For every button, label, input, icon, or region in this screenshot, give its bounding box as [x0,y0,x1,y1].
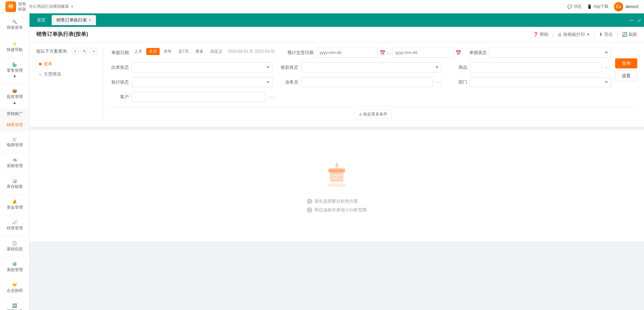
empty-state: 1 请先选择要分析的方案 2 用过滤条件来缩小分析范围 [30,130,644,241]
filter-field-execution: 执行状态 [109,77,273,87]
sidebar-item-ecommerce[interactable]: 🛒 电商管理 [0,134,29,151]
filter-scheme-selector: 按以下方案查询 + ✎ « 按单 ○ [36,48,103,121]
sidebar-item-marketing[interactable]: 营销推广 [0,108,29,119]
collection-label: 收款状态 [278,64,298,70]
calendar-to-icon[interactable]: 📅 [455,50,461,55]
department-select[interactable] [470,77,611,87]
wholesale-arrow: ▲ [13,100,17,105]
outbound-select[interactable] [131,62,273,72]
date-tab-thisyear[interactable]: 本年 [161,48,174,55]
help-icon: ❓ [533,32,538,37]
settings-button[interactable]: 设置 [615,70,637,81]
guide-icon: 🆕 [12,303,17,308]
date-tab-thismonth[interactable]: 本月 [146,48,160,55]
main-layout: 🔍 搜索菜单 ⚡ 快捷导航 🏪 零售管理 ▼ 📦 批发管理 ▲ [0,13,644,310]
basic-icon: 📋 [12,241,17,246]
logo-icon: 销 [5,1,16,12]
collapse-button[interactable]: ∧ 收起更多条件 [355,110,392,119]
salesperson-more-icon[interactable]: ··· [435,79,442,85]
filter-field-outbound: 出库状态 [109,62,273,72]
sidebar-search-section: 🔍 搜索菜单 [0,13,29,37]
collapse-up-icon: ∧ [359,112,362,117]
tab-active[interactable]: 销售订单执行表 × [52,15,96,25]
sidebar-item-wholesale[interactable]: 📦 批发管理 ▲ [0,85,29,108]
query-button[interactable]: 查询 [615,58,637,68]
scheme-item-byorder[interactable]: 按单 [36,59,98,69]
sidebar-quicknav: ⚡ 快捷导航 [0,37,29,58]
user-area[interactable]: Ea demo2 [614,2,639,11]
filter-scheme-header: 按以下方案查询 + ✎ « [36,48,98,55]
salesperson-input[interactable] [301,77,433,87]
breadcrumb[interactable]: 办公用品行业模拟账套 ▼ [29,4,74,9]
sidebar-item-purchase[interactable]: 🛍 采购管理 [0,154,29,172]
date-tab-custom[interactable]: 自定义 [208,48,225,55]
sidebar-item-operations[interactable]: 📈 经营管理 [0,217,29,235]
collection-select[interactable] [301,62,442,72]
divider3: | [617,32,618,37]
sidebar-retail: 🏪 零售管理 ▼ [0,58,29,84]
filter-field-collection: 收款状态 [278,62,442,72]
status-select[interactable] [489,48,611,58]
edit-scheme-button[interactable]: ✎ [81,48,88,55]
calendar-from-icon[interactable]: 📅 [380,50,385,55]
sidebar-item-system[interactable]: ⚙️ 系统管理 [0,258,29,276]
sidebar-sub-wholesale: 营销推广 销售管理 [0,108,29,131]
date-range-text: 2023-03-01 至 2023-03-31 [228,49,275,54]
filter-row-2: 出库状态 收款状态 [109,62,611,72]
filter-row-4: 客户 ··· [109,92,611,102]
svg-marker-5 [335,162,338,167]
operations-icon: 📈 [12,220,17,225]
tip-num-2: 2 [307,207,312,213]
sidebar-item-inventory[interactable]: 📊 库存核算 [0,175,29,193]
print-button[interactable]: 🖨 按模板打印 ▼ [557,32,590,38]
date-tab-more[interactable]: 更多 [193,48,206,55]
customer-input[interactable] [131,92,265,102]
refresh-button[interactable]: 🔄 刷新 [622,32,637,38]
sidebar-item-finance[interactable]: 💰 资金管理 [0,196,29,214]
tab-expand-icon[interactable]: ⤢ [637,17,641,23]
sidebar-item-quicknav[interactable]: ⚡ 快捷导航 [0,38,29,56]
export-button[interactable]: ⬇ 导出 [599,32,613,38]
product-label: 商品 [447,64,467,70]
sidebar-system: ⚙️ 系统管理 [0,257,29,278]
sidebar-basic: 📋 基础信息 [0,236,29,257]
message-button[interactable]: 💬 消息 [567,4,582,9]
salesperson-label: 业务员 [278,79,298,85]
empty-illustration [320,157,354,190]
help-button[interactable]: ❓ 帮助 [533,32,548,38]
add-scheme-button[interactable]: + [71,48,79,55]
tab-minimize-icon[interactable]: — [629,17,634,23]
sidebar-item-guide[interactable]: 🆕 新手引导 [0,300,29,310]
print-dropdown-icon[interactable]: ▼ [586,33,590,36]
expected-date-to[interactable] [392,48,454,58]
finance-icon: 💰 [12,199,17,204]
outbound-label: 出库状态 [109,64,129,70]
message-icon: 💬 [567,4,572,9]
filter-field-product: 商品 ··· [447,62,611,72]
page-content: 销售订单执行表(按单) ❓ 帮助 | 🖨 按模板打印 ▼ | ⬇ [30,27,644,310]
sidebar-item-search[interactable]: 🔍 搜索菜单 [3,17,26,33]
date-tab-lastmonth[interactable]: 上月 [131,48,145,55]
scheme-item-shortage[interactable]: ○ 欠货情况 [36,69,98,79]
print-icon: 🖨 [557,32,562,37]
filter-field-salesperson: 业务员 ··· [278,77,442,87]
sidebar-item-retail[interactable]: 🏪 零售管理 ▼ [0,59,29,82]
product-more-icon[interactable]: ··· [605,64,611,70]
svg-point-0 [327,183,347,187]
execution-select[interactable] [131,77,273,87]
expected-date-from[interactable] [316,48,378,58]
app-download-button[interactable]: 📱 App下载 [587,4,608,9]
date-tab-7days[interactable]: 近7天 [176,48,192,55]
department-label: 部门 [447,79,467,85]
customer-more-icon[interactable]: ··· [268,94,274,100]
filter-field-customer: 客户 ··· [109,92,274,102]
tab-close-button[interactable]: × [89,18,91,22]
sidebar-item-enterprise[interactable]: 🤝 企业协同 [0,279,29,297]
collapse-scheme-button[interactable]: « [90,48,98,55]
product-input[interactable] [470,62,602,72]
sidebar-item-basic[interactable]: 📋 基础信息 [0,238,29,255]
tab-home[interactable]: 首页 [32,15,50,25]
sidebar-item-sales[interactable]: 销售管理 [0,119,29,131]
expected-date-group: 📅 — 📅 [316,48,461,58]
divider1: | [552,32,553,37]
